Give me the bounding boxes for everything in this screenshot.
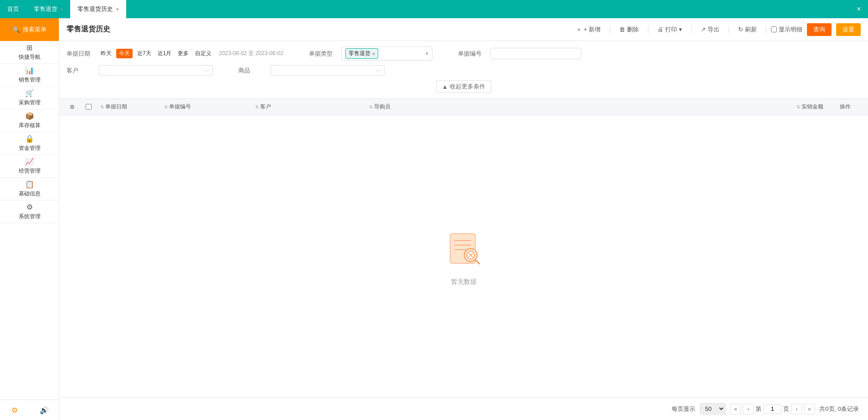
sort-date-icon: ⇅ (100, 104, 104, 109)
quick-nav-icon: ⊞ (26, 43, 32, 52)
th-settings[interactable]: ⚙ (64, 104, 80, 110)
sidebar-item-sales-mgmt[interactable]: 📊 销售管理 (0, 64, 59, 87)
date-shortcut-more[interactable]: 更多 (176, 49, 190, 58)
refresh-icon: ↻ (738, 26, 743, 33)
tab-home[interactable]: 首页 (0, 0, 26, 18)
settings-btn-label: 设置 (842, 26, 854, 33)
page-size-select[interactable]: 10 20 50 100 (700, 403, 725, 415)
collapse-arrow-icon: ▲ (442, 83, 448, 90)
collapse-button[interactable]: ▲ 收起更多条件 (436, 80, 491, 93)
ops-icon: 📈 (25, 157, 34, 166)
export-button[interactable]: ↗ 导出 (696, 24, 724, 36)
tab-retail-return-history[interactable]: 零售退货历史 × (70, 0, 126, 18)
table-area: ⚙ ⇅ 单据日期 ⇅ 单据编号 ⇅ 客户 ⇅ (59, 99, 868, 397)
doc-no-input[interactable] (490, 48, 581, 59)
refresh-button[interactable]: ↻ 刷新 (734, 24, 761, 36)
date-shortcut-today[interactable]: 今天 (116, 49, 133, 58)
date-shortcut-7days[interactable]: 近7天 (135, 49, 153, 58)
date-shortcut-yesterday[interactable]: 昨天 (99, 49, 113, 58)
print-button[interactable]: 🖨 打印 ▾ (653, 24, 687, 36)
th-ops-label: 操作 (840, 103, 851, 111)
inventory-icon: 📦 (25, 112, 34, 120)
select-all-checkbox[interactable] (86, 104, 92, 110)
delete-label: 删除 (627, 26, 639, 34)
empty-state: 暂无数据 (59, 115, 868, 397)
refresh-label: 刷新 (745, 26, 757, 34)
goods-select[interactable]: ... ··· (271, 65, 385, 76)
sales-icon: 📊 (25, 66, 34, 75)
page-unit: 页 (783, 405, 789, 413)
th-checkbox[interactable] (80, 104, 97, 110)
next-page-button[interactable]: › (791, 404, 802, 415)
divider-3 (691, 26, 692, 33)
sidebar-item-purchase-mgmt-label: 采购管理 (19, 99, 41, 107)
page-label: 第 (755, 405, 761, 413)
doc-type-tag: 零售退货 × (345, 48, 378, 59)
th-date[interactable]: ⇅ 单据日期 (97, 103, 160, 111)
doc-type-tag-remove[interactable]: × (372, 51, 375, 56)
sidebar-search[interactable]: 🔍 搜索菜单 (0, 18, 59, 41)
delete-button[interactable]: 🗑 删除 (615, 24, 643, 36)
svg-line-6 (475, 260, 479, 264)
total-info: 共0页, 0条记录 (819, 405, 859, 413)
date-shortcut-group: 昨天 今天 近7天 近1月 更多 自定义 2023-06-02 至 2023-0… (99, 49, 283, 58)
doc-type-arrow-icon: ▾ (426, 51, 428, 56)
doc-type-tag-value: 零售退货 (349, 50, 370, 57)
tab-bar: 首页 零售退货 × 零售退货历史 × (0, 0, 850, 18)
sidebar-item-system-mgmt-label: 系统管理 (19, 213, 41, 220)
th-amount[interactable]: ⇅ 实销金额 (457, 103, 827, 111)
settings-icon: ⚙ (11, 406, 18, 415)
sidebar: 🔍 搜索菜单 ⊞ 快捷导航 📊 销售管理 🛒 采购管理 📦 库存核算 🔒 (0, 18, 59, 420)
finance-icon: 🔒 (25, 134, 34, 143)
goods-filter-label: 商品 (238, 67, 263, 75)
page-num-input[interactable] (763, 404, 781, 414)
th-settings-icon: ⚙ (70, 104, 75, 110)
sort-docno-icon: ⇅ (164, 104, 168, 109)
sidebar-item-finance-mgmt[interactable]: 🔒 资金管理 (0, 132, 59, 155)
sidebar-item-ops-mgmt[interactable]: 📈 经营管理 (0, 155, 59, 178)
doc-no-label: 单据编号 (458, 50, 483, 58)
show-detail-wrap[interactable]: 显示明细 (771, 26, 802, 34)
content-area: 零售退货历史 ＋ + 新增 🗑 删除 🖨 打印 ▾ (59, 18, 868, 420)
sidebar-item-system-mgmt[interactable]: ⚙ 系统管理 (0, 200, 59, 223)
tab-retail-return-close[interactable]: × (60, 6, 63, 12)
customer-select[interactable]: ... ··· (99, 65, 213, 76)
system-icon: ⚙ (26, 203, 33, 211)
sidebar-item-basic-info[interactable]: 📋 基础信息 (0, 178, 59, 200)
sidebar-item-purchase-mgmt[interactable]: 🛒 采购管理 (0, 87, 59, 109)
sidebar-settings-button[interactable]: ⚙ (8, 403, 21, 417)
show-detail-label: 显示明细 (779, 26, 802, 34)
customer-placeholder: ... (103, 67, 108, 74)
date-shortcut-custom[interactable]: 自定义 (193, 49, 213, 58)
window-close-button[interactable]: × (850, 0, 868, 18)
sidebar-item-inventory-calc-label: 库存核算 (19, 122, 41, 129)
query-button[interactable]: 查询 (807, 23, 832, 36)
last-page-button[interactable]: » (804, 404, 815, 415)
doc-type-select[interactable]: 零售退货 × ▾ (341, 46, 432, 61)
th-guide-label: 导购员 (374, 103, 390, 111)
date-shortcut-1month[interactable]: 近1月 (156, 49, 174, 58)
first-page-button[interactable]: « (730, 404, 741, 415)
sidebar-footer: ⚙ 🔊 (0, 400, 59, 420)
sidebar-item-quick-nav-label: 快捷导航 (19, 53, 41, 61)
th-guide[interactable]: ⇅ 导购员 (365, 103, 457, 111)
sidebar-search-label: 搜索菜单 (23, 26, 46, 34)
settings-button[interactable]: 设置 (836, 23, 861, 36)
show-detail-checkbox[interactable] (771, 26, 777, 32)
date-range-display: 2023-06-02 至 2023-06-02 (219, 50, 283, 57)
page-title: 零售退货历史 (67, 25, 110, 34)
tab-retail-return-history-close[interactable]: × (116, 6, 118, 12)
sidebar-item-basic-info-label: 基础信息 (19, 190, 41, 198)
export-icon: ↗ (701, 26, 706, 33)
tab-retail-return[interactable]: 零售退货 × (26, 0, 70, 18)
sidebar-item-quick-nav[interactable]: ⊞ 快捷导航 (0, 41, 59, 64)
divider-4 (729, 26, 729, 33)
new-button[interactable]: ＋ + 新增 (571, 24, 605, 36)
th-customer[interactable]: ⇅ 客户 (252, 103, 365, 111)
filter-bar: 单据日期 昨天 今天 近7天 近1月 更多 自定义 2023-06-02 至 2… (59, 41, 868, 99)
sidebar-volume-button[interactable]: 🔊 (37, 403, 51, 417)
th-docno[interactable]: ⇅ 单据编号 (160, 103, 252, 111)
sidebar-item-inventory-calc[interactable]: 📦 库存核算 (0, 109, 59, 132)
print-arrow-icon: ▾ (679, 26, 682, 33)
prev-page-button[interactable]: ‹ (743, 404, 754, 415)
